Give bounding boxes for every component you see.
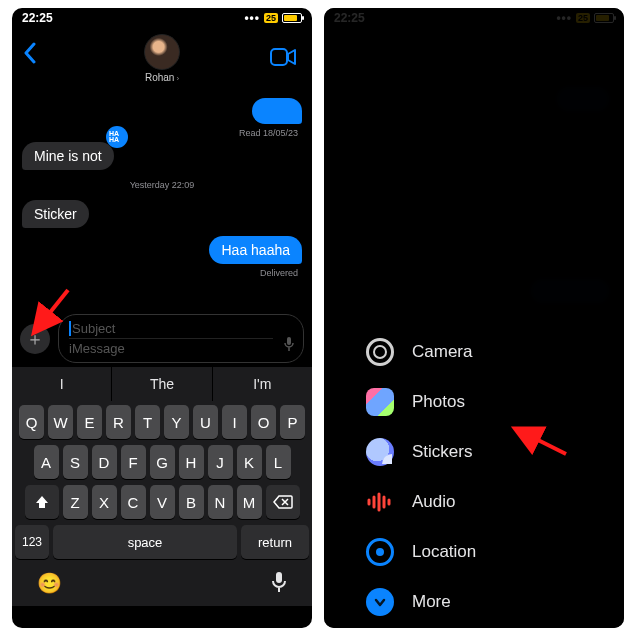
svg-rect-1 xyxy=(287,337,291,345)
menu-item-stickers[interactable]: Stickers xyxy=(366,438,476,466)
menu-item-location[interactable]: Location xyxy=(366,538,476,566)
key-x[interactable]: X xyxy=(92,485,117,519)
menu-label: Audio xyxy=(412,492,455,512)
key-w[interactable]: W xyxy=(48,405,73,439)
emoji-key[interactable]: 😊 xyxy=(37,571,62,598)
keyboard-row-4: 123 space return xyxy=(15,525,309,559)
status-time: 22:25 xyxy=(22,11,53,25)
key-j[interactable]: J xyxy=(208,445,233,479)
contact-name: Rohan xyxy=(145,72,174,83)
keyboard-row-2: ASDFGHJKL xyxy=(15,445,309,479)
menu-label: More xyxy=(412,592,451,612)
menu-item-audio[interactable]: Audio xyxy=(366,488,476,516)
audio-icon xyxy=(366,488,394,516)
menu-label: Location xyxy=(412,542,476,562)
battery-icon xyxy=(282,13,302,23)
more-icon xyxy=(366,588,394,616)
delivered-receipt: Delivered xyxy=(22,268,302,278)
menu-item-camera[interactable]: Camera xyxy=(366,338,476,366)
subject-input[interactable]: Subject xyxy=(69,319,273,339)
camera-icon xyxy=(366,338,394,366)
space-key[interactable]: space xyxy=(53,525,237,559)
key-i[interactable]: I xyxy=(222,405,247,439)
key-o[interactable]: O xyxy=(251,405,276,439)
location-icon xyxy=(366,538,394,566)
shift-key[interactable] xyxy=(25,485,59,519)
conversation-header: Rohan› xyxy=(12,28,312,88)
dictation-key[interactable] xyxy=(271,571,287,598)
key-v[interactable]: V xyxy=(150,485,175,519)
svg-rect-3 xyxy=(276,572,282,583)
read-receipt: Read 18/05/23 xyxy=(22,128,302,138)
facetime-button[interactable] xyxy=(270,48,296,70)
stickers-icon xyxy=(366,438,394,466)
keyboard-suggestions: I The I'm xyxy=(12,367,312,401)
reaction-sticker[interactable]: HA HA xyxy=(106,126,128,148)
key-a[interactable]: A xyxy=(34,445,59,479)
key-m[interactable]: M xyxy=(237,485,262,519)
key-t[interactable]: T xyxy=(135,405,160,439)
key-r[interactable]: R xyxy=(106,405,131,439)
menu-item-photos[interactable]: Photos xyxy=(366,388,476,416)
contact-avatar xyxy=(144,34,180,70)
message-list[interactable]: Read 18/05/23 Mine is not HA HA Yesterda… xyxy=(12,88,312,308)
key-l[interactable]: L xyxy=(266,445,291,479)
menu-label: Photos xyxy=(412,392,465,412)
imessage-apps-menu-screen: 22:25 ••• 25 Camera Photos Stickers Audi… xyxy=(324,8,624,628)
key-y[interactable]: Y xyxy=(164,405,189,439)
menu-label: Camera xyxy=(412,342,472,362)
signal-icon: ••• xyxy=(244,11,260,25)
menu-label: Stickers xyxy=(412,442,472,462)
key-u[interactable]: U xyxy=(193,405,218,439)
timestamp-divider: Yesterday 22:09 xyxy=(22,174,302,196)
key-d[interactable]: D xyxy=(92,445,117,479)
key-z[interactable]: Z xyxy=(63,485,88,519)
compose-bar: ＋ Subject iMessage xyxy=(12,308,312,367)
numbers-key[interactable]: 123 xyxy=(15,525,49,559)
received-message-bubble[interactable]: Sticker xyxy=(22,200,89,228)
backspace-key[interactable] xyxy=(266,485,300,519)
keyboard-row-1: QWERTYUIOP xyxy=(15,405,309,439)
key-k[interactable]: K xyxy=(237,445,262,479)
suggestion[interactable]: I xyxy=(12,367,112,401)
menu-item-more[interactable]: More xyxy=(366,588,476,616)
key-n[interactable]: N xyxy=(208,485,233,519)
sent-message-bubble[interactable] xyxy=(252,98,302,124)
key-b[interactable]: B xyxy=(179,485,204,519)
message-input-container[interactable]: Subject iMessage xyxy=(58,314,304,363)
key-h[interactable]: H xyxy=(179,445,204,479)
contact-button[interactable]: Rohan› xyxy=(144,34,180,83)
suggestion[interactable]: The xyxy=(112,367,212,401)
apps-plus-button[interactable]: ＋ xyxy=(20,324,50,354)
back-button[interactable] xyxy=(22,42,36,68)
svg-rect-0 xyxy=(271,49,287,65)
status-bar: 22:25 ••• 25 xyxy=(12,8,312,28)
photos-icon xyxy=(366,388,394,416)
keyboard: QWERTYUIOP ASDFGHJKL ZXCVBNM 123 space r… xyxy=(12,401,312,606)
key-f[interactable]: F xyxy=(121,445,146,479)
key-q[interactable]: Q xyxy=(19,405,44,439)
return-key[interactable]: return xyxy=(241,525,309,559)
apps-menu: Camera Photos Stickers Audio Location Mo… xyxy=(366,338,476,616)
key-p[interactable]: P xyxy=(280,405,305,439)
keyboard-row-3: ZXCVBNM xyxy=(15,485,309,519)
status-right: ••• 25 xyxy=(244,11,302,25)
message-input[interactable]: iMessage xyxy=(69,339,273,358)
key-s[interactable]: S xyxy=(63,445,88,479)
suggestion[interactable]: I'm xyxy=(213,367,312,401)
key-g[interactable]: G xyxy=(150,445,175,479)
key-c[interactable]: C xyxy=(121,485,146,519)
imessage-conversation-screen: 22:25 ••• 25 Rohan› Read 18/05/23 Mine i… xyxy=(12,8,312,628)
battery-badge: 25 xyxy=(264,13,278,23)
chevron-right-icon: › xyxy=(176,74,179,83)
dictation-icon[interactable] xyxy=(283,336,295,356)
key-e[interactable]: E xyxy=(77,405,102,439)
sent-message-bubble[interactable]: Haa haaha xyxy=(209,236,302,264)
received-message-bubble[interactable]: Mine is not xyxy=(22,142,114,170)
